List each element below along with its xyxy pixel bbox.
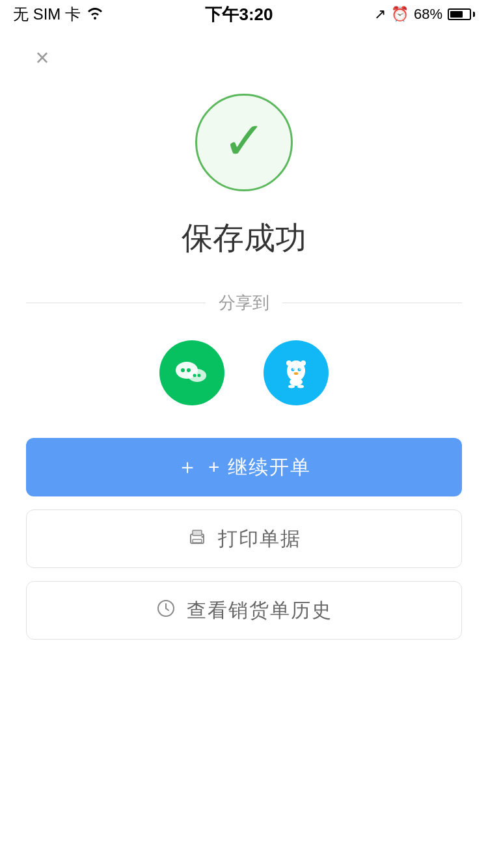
history-icon	[156, 598, 176, 623]
svg-point-16	[301, 360, 306, 366]
share-divider: 分享到	[26, 292, 462, 314]
svg-point-3	[188, 369, 206, 382]
divider-left	[26, 303, 206, 303]
svg-point-20	[202, 536, 204, 537]
continue-icon: ＋	[177, 453, 198, 481]
svg-point-8	[291, 368, 295, 372]
svg-point-15	[286, 360, 291, 366]
battery-icon	[448, 8, 475, 20]
svg-point-1	[181, 368, 185, 372]
svg-point-14	[297, 385, 304, 388]
history-button[interactable]: 查看销货单历史	[26, 581, 462, 640]
svg-point-7	[290, 378, 303, 386]
wifi-icon	[86, 5, 104, 23]
share-label: 分享到	[219, 292, 269, 314]
status-time: 下午3:20	[205, 3, 273, 26]
wechat-share-button[interactable]	[159, 340, 224, 405]
status-bar: 无 SIM 卡 下午3:20 ↗ ⏰ 68%	[0, 0, 488, 29]
qq-share-button[interactable]	[264, 340, 329, 405]
svg-rect-19	[193, 539, 202, 543]
continue-label: + 继续开单	[208, 454, 311, 481]
success-title: 保存成功	[182, 217, 306, 259]
close-button[interactable]: ×	[26, 42, 59, 74]
alarm-icon: ⏰	[391, 6, 409, 23]
continue-button[interactable]: ＋ + 继续开单	[26, 438, 462, 496]
wechat-icon	[172, 353, 211, 392]
svg-point-13	[288, 385, 295, 388]
checkmark-icon: ✓	[223, 115, 266, 167]
status-left: 无 SIM 卡	[13, 4, 104, 25]
print-label: 打印单据	[218, 526, 301, 552]
history-label: 查看销货单历史	[187, 597, 332, 624]
main-content: × ✓ 保存成功 分享到	[0, 29, 488, 868]
share-section: 分享到	[26, 292, 462, 405]
close-icon: ×	[35, 46, 49, 70]
svg-point-4	[193, 374, 197, 377]
action-buttons: ＋ + 继续开单 打印单据 查看销货	[26, 438, 462, 640]
svg-point-12	[294, 372, 299, 375]
print-button[interactable]: 打印单据	[26, 509, 462, 568]
divider-right	[282, 303, 462, 303]
sim-status: 无 SIM 卡	[13, 4, 81, 25]
svg-point-10	[293, 368, 294, 370]
svg-point-11	[299, 368, 301, 370]
success-circle: ✓	[195, 94, 293, 191]
svg-point-9	[298, 368, 301, 372]
location-icon: ↗	[374, 6, 386, 23]
svg-point-5	[198, 374, 201, 377]
share-icons	[26, 340, 462, 405]
status-right: ↗ ⏰ 68%	[374, 6, 475, 23]
battery-percent: 68%	[414, 6, 442, 23]
qq-icon	[277, 354, 315, 392]
print-icon	[187, 526, 208, 552]
svg-rect-18	[193, 530, 202, 536]
